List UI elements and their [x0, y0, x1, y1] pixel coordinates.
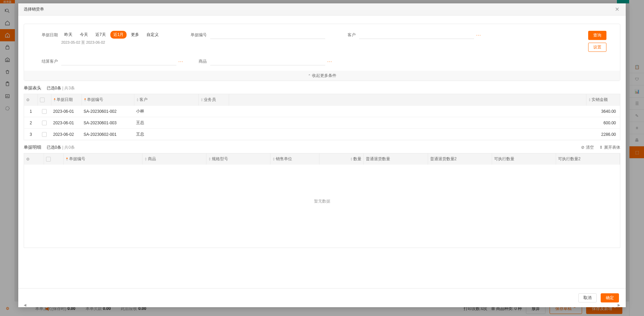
- th-docno[interactable]: ▲▼单据编号: [82, 94, 134, 106]
- date-btn-more[interactable]: 更多: [128, 31, 142, 39]
- settle-customer-label: 结算客户: [38, 57, 58, 64]
- header-section-counts: 已选0条 | 共3条: [47, 85, 75, 91]
- detail-table: ⚙ ▲▼单据编号 ▲▼商品 ▲▼规格型号 ▲▼销售单位 ▲▼数量 普通退货数量 …: [24, 153, 620, 165]
- detail-section-title: 单据明细: [24, 144, 41, 150]
- row-amount: 600.00: [586, 117, 620, 129]
- th-detail-spec[interactable]: ▲▼规格型号: [206, 153, 270, 165]
- th-detail-docno[interactable]: ▲▼单据编号: [63, 153, 142, 165]
- confirm-button[interactable]: 确定: [601, 293, 619, 302]
- modal-title: 选择销货单: [24, 6, 44, 12]
- row-salesperson: [198, 129, 229, 140]
- row-checkbox-cell: [38, 117, 51, 129]
- th-salesperson[interactable]: ▲▼业务员: [198, 94, 229, 106]
- th-amount[interactable]: ▲▼实销金额: [586, 94, 620, 106]
- row-customer: 王总: [134, 117, 198, 129]
- row-customer: 小林: [134, 106, 198, 117]
- customer-input[interactable]: [359, 31, 474, 39]
- settle-customer-input[interactable]: [61, 57, 176, 65]
- customer-more-icon[interactable]: ···: [476, 32, 481, 38]
- row-checkbox-cell: [38, 129, 51, 140]
- sort-icon[interactable]: ▲▼: [66, 157, 68, 161]
- row-idx: 1: [24, 106, 38, 117]
- product-input[interactable]: [210, 57, 325, 65]
- sort-icon[interactable]: ▲▼: [136, 98, 139, 102]
- sort-icon[interactable]: ▲▼: [53, 98, 56, 102]
- modal: 选择销货单 ✕ 单据日期 昨天 今天 近7天 近1月 更多 自定义: [18, 3, 626, 307]
- sort-icon[interactable]: ▲▼: [201, 98, 203, 102]
- date-range-text: 2023-05-02 至 2023-06-02: [61, 40, 162, 45]
- sort-icon[interactable]: ▲▼: [589, 98, 591, 102]
- modal-body: 单据日期 昨天 今天 近7天 近1月 更多 自定义 2023-05-02 至 2…: [18, 16, 626, 288]
- sort-icon[interactable]: ▲▼: [84, 98, 87, 102]
- detail-select-all[interactable]: [46, 157, 51, 162]
- date-btn-7days[interactable]: 近7天: [92, 31, 109, 39]
- detail-section-counts: 已选0条 | 共0条: [47, 145, 75, 150]
- date-btn-1month[interactable]: 近1月: [110, 31, 127, 39]
- row-checkbox[interactable]: [42, 109, 47, 114]
- date-btn-custom[interactable]: 自定义: [143, 31, 162, 39]
- docno-label: 单据编号: [186, 31, 207, 38]
- table-row[interactable]: 2 2023-06-01 SA-20230601-003 王总 600.00: [24, 117, 620, 129]
- row-spacer: [229, 117, 586, 129]
- row-docno: SA-20230602-001: [82, 129, 134, 140]
- th-detail-returnqty[interactable]: 普通退货数量: [364, 153, 428, 165]
- row-checkbox[interactable]: [42, 132, 47, 137]
- filter-section: 单据日期 昨天 今天 近7天 近1月 更多 自定义 2023-05-02 至 2…: [24, 24, 620, 81]
- row-amount: 2286.00: [586, 129, 620, 140]
- modal-header: 选择销货单 ✕: [18, 3, 626, 16]
- table-row[interactable]: 1 2023-06-01 SA-20230601-002 小林 3640.00: [24, 106, 620, 117]
- expand-action[interactable]: ⇕ 展开表体: [599, 145, 620, 150]
- th-detail-checkbox[interactable]: [44, 153, 63, 165]
- th-customer[interactable]: ▲▼客户: [134, 94, 198, 106]
- th-detail-execqty2[interactable]: 可执行数量2: [556, 153, 620, 165]
- gear-icon[interactable]: ⚙: [26, 157, 30, 162]
- th-detail-qty[interactable]: ▲▼数量: [319, 153, 364, 165]
- header-table: ⚙ ▲▼单据日期 ▲▼单据编号 ▲▼客户 ▲▼业务员 ▲▼实销金额 1 2023…: [24, 94, 620, 140]
- header-section-title: 单据表头: [24, 85, 41, 91]
- gear-icon[interactable]: ⚙: [26, 98, 30, 102]
- sort-icon[interactable]: ▲▼: [208, 157, 211, 161]
- th-checkbox[interactable]: [38, 94, 51, 106]
- sort-icon[interactable]: ▲▼: [350, 157, 353, 161]
- close-icon[interactable]: ✕: [614, 6, 620, 13]
- row-idx: 3: [24, 129, 38, 140]
- date-btn-yesterday[interactable]: 昨天: [61, 31, 75, 39]
- clear-action[interactable]: ⊘ 清空: [581, 145, 594, 150]
- th-gear[interactable]: ⚙: [24, 94, 38, 106]
- cancel-button[interactable]: 取消: [578, 293, 597, 302]
- detail-section-header: 单据明细 已选0条 | 共0条 ⊘ 清空 ⇕ 展开表体: [18, 140, 626, 153]
- collapse-bar[interactable]: 收起更多条件: [24, 71, 620, 81]
- th-detail-product[interactable]: ▲▼商品: [142, 153, 206, 165]
- row-date: 2023-06-01: [51, 117, 82, 129]
- settle-customer-more-icon[interactable]: ···: [178, 59, 183, 64]
- sort-icon[interactable]: ▲▼: [145, 157, 147, 161]
- row-spacer: [229, 129, 586, 140]
- header-section-header: 单据表头 已选0条 | 共3条: [18, 81, 626, 94]
- header-select-all[interactable]: [40, 98, 45, 102]
- customer-label: 客户: [335, 31, 356, 38]
- row-customer: 王总: [134, 129, 198, 140]
- header-table-container: ⚙ ▲▼单据日期 ▲▼单据编号 ▲▼客户 ▲▼业务员 ▲▼实销金额 1 2023…: [24, 94, 620, 140]
- th-detail-returnqty2[interactable]: 普通退货数量2: [428, 153, 492, 165]
- th-detail-execqty[interactable]: 可执行数量: [492, 153, 556, 165]
- date-buttons: 昨天 今天 近7天 近1月 更多 自定义: [61, 31, 162, 39]
- settings-button[interactable]: 设置: [588, 43, 606, 52]
- row-date: 2023-06-01: [51, 106, 82, 117]
- query-button[interactable]: 查询: [588, 31, 606, 40]
- row-checkbox-cell: [38, 106, 51, 117]
- th-spacer: [229, 94, 586, 106]
- row-salesperson: [198, 106, 229, 117]
- date-btn-today[interactable]: 今天: [77, 31, 91, 39]
- docno-input[interactable]: [210, 31, 325, 39]
- th-detail-unit[interactable]: ▲▼销售单位: [270, 153, 319, 165]
- date-label: 单据日期: [38, 31, 58, 38]
- sort-icon[interactable]: ▲▼: [272, 157, 275, 161]
- th-detail-gear[interactable]: ⚙: [24, 153, 44, 165]
- row-checkbox[interactable]: [42, 121, 47, 125]
- row-docno: SA-20230601-002: [82, 106, 134, 117]
- th-date[interactable]: ▲▼单据日期: [51, 94, 82, 106]
- product-more-icon[interactable]: ···: [327, 59, 332, 64]
- row-amount: 3640.00: [586, 106, 620, 117]
- table-row[interactable]: 3 2023-06-02 SA-20230602-001 王总 2286.00: [24, 129, 620, 140]
- detail-empty-text: 暂无数据: [24, 165, 620, 238]
